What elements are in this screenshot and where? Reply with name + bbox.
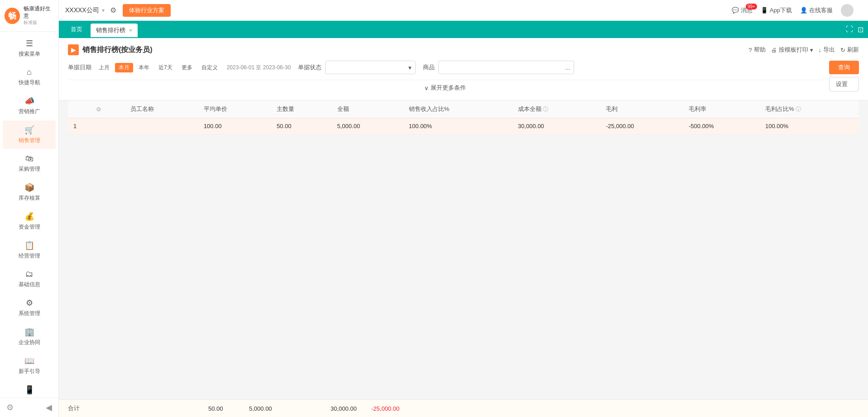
filter-row: 单据日期 上月 本月 本年 近7天 更多 自定义 2023-06-01 至 20…	[68, 61, 822, 80]
footer-label: 合计	[68, 404, 149, 412]
footer-amount: 5,000.00	[249, 405, 290, 412]
company-selector[interactable]: XXXXX公司 ▾	[65, 6, 105, 14]
sidebar-item-guide[interactable]: 📖 新手引导	[3, 351, 56, 380]
inventory-icon: 📦	[24, 182, 34, 192]
sidebar: 畅 畅康通好生意 标准版 ☰ 搜索菜单 ⌂ 快捷导航 📣 营销推广 🛒 销售管理…	[0, 0, 59, 417]
col-name: 员工名称	[125, 101, 198, 118]
app-download-icon: 📱	[761, 7, 768, 14]
sidebar-item-inventory[interactable]: 📦 库存核算	[3, 178, 56, 206]
query-button[interactable]: 查询	[829, 61, 859, 74]
table-settings-icon[interactable]: ⚙	[96, 106, 101, 113]
settings-button[interactable]: 设置	[829, 77, 859, 91]
col-gross: 毛利	[600, 101, 683, 118]
expand-row: ∨ 展开更多条件	[68, 80, 822, 95]
page-content: ▶ 销售排行榜(按业务员) ? 帮助 🖨 按模板打印 ▾ ↓	[59, 38, 868, 417]
sidebar-item-marketing[interactable]: 📣 营销推广	[3, 91, 56, 120]
sidebar-logo: 畅 畅康通好生意 标准版	[0, 0, 58, 32]
sidebar-item-finance[interactable]: 💰 资金管理	[3, 207, 56, 235]
filter-buttons: 查询 设置	[829, 61, 859, 91]
date-opt-prev[interactable]: 上月	[95, 63, 113, 72]
operations-icon: 📋	[24, 240, 34, 250]
sidebar-item-system[interactable]: ⚙ 系统管理	[3, 293, 56, 322]
tab-close-icon[interactable]: ×	[129, 27, 132, 34]
system-icon: ⚙	[26, 298, 33, 308]
print-button[interactable]: 🖨 按模板打印 ▾	[771, 46, 813, 54]
goods-input-more: ...	[565, 64, 570, 71]
date-opt-7days[interactable]: 近7天	[155, 63, 176, 72]
main-area: XXXXX公司 ▾ ⚙ 体验行业方案 💬 消息 99+ 📱 App下载 👤 在线…	[59, 0, 868, 417]
tab-home[interactable]: 首页	[63, 21, 90, 38]
message-badge: 99+	[746, 4, 757, 10]
topbar-settings-icon[interactable]: ⚙	[110, 6, 116, 14]
date-filter-group: 单据日期 上月 本月 本年 近7天 更多 自定义 2023-06-01 至 20…	[68, 63, 291, 72]
sidebar-footer: ⚙ ◀	[0, 398, 58, 417]
sidebar-item-purchase[interactable]: 🛍 采购管理	[3, 149, 56, 177]
col-qty: 主数量	[271, 101, 332, 118]
refresh-button[interactable]: ↻ 刷新	[840, 46, 859, 54]
goods-input[interactable]: ...	[438, 61, 574, 74]
sidebar-item-operations[interactable]: 📋 经营管理	[3, 236, 56, 264]
sidebar-settings-icon[interactable]: ⚙	[6, 403, 14, 412]
status-select-chevron: ▾	[408, 64, 412, 71]
table-head: ⚙ 员工名称 平均单价 主数量 全额 销售收入占比% 成本全额 ⓘ 毛利 毛利率	[68, 101, 859, 118]
cell-qty: 50.00	[271, 118, 332, 134]
help-button[interactable]: ? 帮助	[748, 46, 765, 54]
grosspct-info-icon[interactable]: ⓘ	[796, 106, 801, 112]
cell-grosspct: 100.00%	[760, 118, 859, 134]
purchase-icon: 🛍	[25, 154, 34, 163]
expand-more-btn[interactable]: ∨ 展开更多条件	[424, 84, 466, 92]
date-opt-current[interactable]: 本月	[115, 63, 133, 72]
col-grosspct: 毛利占比% ⓘ	[760, 101, 859, 118]
status-filter-group: 单据状态 ▾	[298, 61, 416, 74]
sidebar-item-search[interactable]: ☰ 搜索菜单	[3, 34, 56, 62]
tab-sales-ranking[interactable]: 销售排行榜 ×	[91, 24, 138, 37]
status-select[interactable]: ▾	[325, 61, 416, 74]
print-dropdown-icon: ▾	[810, 47, 813, 53]
cell-grossrate: -500.00%	[683, 118, 760, 134]
cell-name	[125, 118, 198, 134]
logo-icon: 畅	[5, 8, 20, 24]
avatar[interactable]	[841, 4, 854, 17]
logo-text: 畅康通好生意 标准版	[24, 5, 54, 26]
footer-gross: -25,000.00	[371, 405, 412, 412]
cost-info-icon[interactable]: ⓘ	[543, 106, 548, 112]
date-opt-year[interactable]: 本年	[135, 63, 153, 72]
sidebar-item-appcenter[interactable]: 📱 应用中心	[3, 380, 56, 398]
footer-values: 50.00 5,000.00 30,000.00 -25,000.00	[149, 405, 859, 412]
date-opt-custom[interactable]: 自定义	[198, 63, 221, 72]
col-grossrate: 毛利率	[683, 101, 760, 118]
appcenter-icon: 📱	[24, 385, 34, 395]
refresh-icon: ↻	[840, 47, 845, 53]
sidebar-item-quicknav[interactable]: ⌂ 快捷导航	[3, 63, 56, 91]
sidebar-item-sales[interactable]: 🛒 销售管理	[3, 120, 56, 149]
app-download-button[interactable]: 📱 App下载	[761, 6, 792, 14]
tab-fullscreen-icon[interactable]: ⛶	[846, 25, 853, 34]
trial-button[interactable]: 体验行业方案	[123, 4, 171, 17]
marketing-icon: 📣	[24, 96, 34, 106]
cell-avgprice: 100.00	[198, 118, 271, 134]
date-opt-more[interactable]: 更多	[178, 63, 196, 72]
export-button[interactable]: ↓ 导出	[819, 46, 835, 54]
sidebar-item-baseinfo[interactable]: 🗂 基础信息	[3, 265, 56, 293]
page-actions: ? 帮助 🖨 按模板打印 ▾ ↓ 导出 ↻ 刷新	[748, 46, 859, 54]
cell-num: 1	[68, 118, 91, 134]
expand-down-icon: ∨	[424, 85, 429, 91]
sidebar-collapse-icon[interactable]: ◀	[46, 403, 52, 412]
search-menu-icon: ☰	[26, 38, 33, 48]
export-icon: ↓	[819, 47, 822, 53]
baseinfo-icon: 🗂	[25, 269, 34, 279]
company-name: XXXXX公司	[65, 6, 99, 14]
tab-restore-icon[interactable]: ⊡	[858, 25, 863, 34]
online-service-button[interactable]: 👤 在线客服	[800, 6, 833, 14]
col-avgprice: 平均单价	[198, 101, 271, 118]
message-button[interactable]: 💬 消息 99+	[732, 6, 753, 14]
sidebar-item-enterprise[interactable]: 🏢 企业协同	[3, 322, 56, 351]
col-cost: 成本全额 ⓘ	[513, 101, 600, 118]
table-row: 1 100.00 50.00 5,000.00 100.00% 30,000.0…	[68, 118, 859, 134]
cell-cost: 30,000.00	[513, 118, 600, 134]
expand-icon[interactable]: ▶	[68, 44, 79, 55]
sidebar-nav: ☰ 搜索菜单 ⌂ 快捷导航 📣 营销推广 🛒 销售管理 🛍 采购管理 📦 库存核…	[0, 32, 58, 398]
cell-salespct: 100.00%	[403, 118, 513, 134]
filter-area: 单据日期 上月 本月 本年 近7天 更多 自定义 2023-06-01 至 20…	[68, 61, 822, 95]
status-label: 单据状态	[298, 63, 321, 72]
